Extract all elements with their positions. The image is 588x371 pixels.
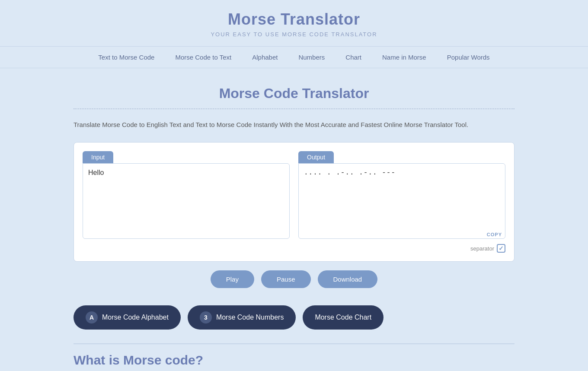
play-button[interactable]: Play [211,270,254,288]
page-description: Translate Morse Code to English Text and… [74,120,514,130]
copy-button[interactable]: COPY [487,232,502,237]
output-panel: Output COPY [298,151,505,241]
page-title: Morse Code Translator [74,86,514,101]
tab-chart-label: Morse Code Chart [315,314,371,321]
nav-item-popular-words[interactable]: Popular Words [437,47,500,68]
output-wrapper: COPY [298,163,505,241]
checkmark-icon: ✓ [499,245,504,252]
separator-checkbox[interactable]: ✓ [497,244,505,253]
output-textarea[interactable] [298,163,505,239]
separator-label: separator [470,245,494,252]
site-subtitle: Your Easy to Use Morse Code Translator [0,31,588,38]
nav-item-chart[interactable]: Chart [335,47,372,68]
what-is-title: What is Morse code? [74,353,514,368]
main-content: Morse Code Translator Translate Morse Co… [65,68,523,371]
nav-list: Text to Morse Code Morse Code to Text Al… [0,47,588,68]
main-nav: Text to Morse Code Morse Code to Text Al… [0,46,588,68]
translator-panels: Input Output COPY [83,151,505,241]
pause-button[interactable]: Pause [261,270,311,288]
nav-item-text-to-morse[interactable]: Text to Morse Code [88,47,165,68]
translator-container: Input Output COPY separator ✓ [74,142,514,262]
separator-row: separator ✓ [83,244,505,253]
nav-item-numbers[interactable]: Numbers [288,47,335,68]
download-button[interactable]: Download [318,270,378,288]
tab-morse-alphabet[interactable]: A Morse Code Alphabet [74,305,181,330]
site-title: Morse Translator [0,10,588,29]
tab-morse-numbers[interactable]: 3 Morse Code Numbers [188,305,296,330]
numbers-icon: 3 [200,311,212,323]
title-divider [74,108,514,109]
tab-alphabet-label: Morse Code Alphabet [102,314,169,321]
site-header: Morse Translator Your Easy to Use Morse … [0,0,588,68]
alphabet-icon: A [86,311,98,323]
tab-morse-chart[interactable]: Morse Code Chart [303,305,383,330]
nav-item-morse-to-text[interactable]: Morse Code to Text [165,47,242,68]
nav-item-alphabet[interactable]: Alphabet [242,47,288,68]
output-label: Output [298,151,334,163]
input-label: Input [83,151,113,163]
tab-numbers-label: Morse Code Numbers [216,314,284,321]
section-divider [74,343,514,344]
input-panel: Input [83,151,290,241]
nav-item-name-in-morse[interactable]: Name in Morse [372,47,437,68]
action-buttons: Play Pause Download [74,270,514,288]
section-tabs: A Morse Code Alphabet 3 Morse Code Numbe… [74,305,514,330]
input-textarea[interactable] [83,163,290,239]
